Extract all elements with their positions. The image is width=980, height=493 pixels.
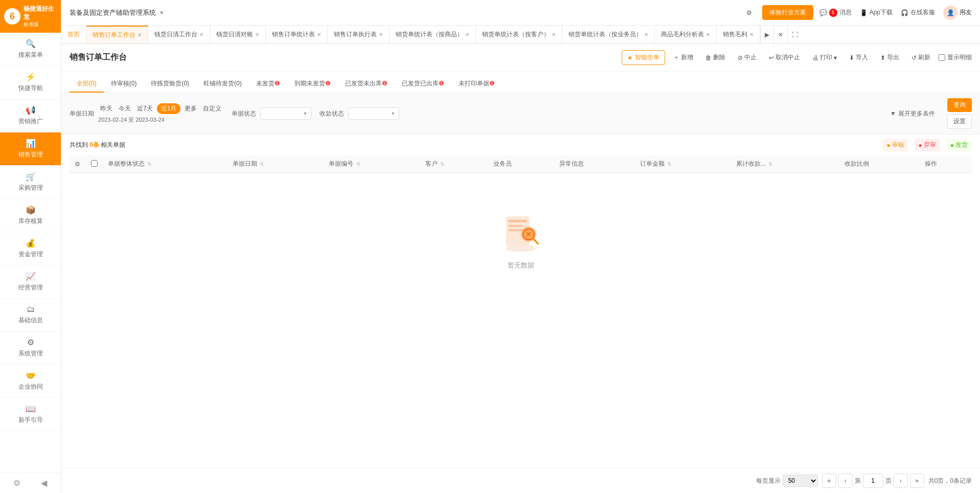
delete-btn[interactable]: 🗑 删除 [701, 51, 730, 64]
app-download-btn[interactable]: 📱 App下载 [860, 8, 893, 17]
filter-tab-not-shipped[interactable]: 未发货❶ [249, 76, 287, 93]
tab-home[interactable]: 首页 [61, 26, 86, 44]
import-btn[interactable]: ⬇ 导入 [845, 51, 872, 64]
refresh-btn[interactable]: ↺ 刷新 [907, 51, 935, 64]
sidebar-item-cooperation[interactable]: 🤝 企业协同 [0, 365, 61, 398]
filter-tab-pending-inspect[interactable]: 待拣货验货(0) [144, 76, 196, 93]
title-dropdown-arrow[interactable]: ▾ [160, 9, 164, 16]
sort-amount-icon[interactable]: ⇅ [667, 161, 671, 167]
tab-close-sales-stat[interactable]: ✕ [317, 32, 321, 37]
select-all-checkbox[interactable] [91, 160, 98, 167]
online-service-btn[interactable]: 🎧 在线客服 [901, 8, 935, 17]
next-page-btn[interactable]: › [894, 474, 908, 488]
tab-close-sales-more[interactable]: ✕ [749, 32, 754, 37]
sidebar-item-guide[interactable]: 📖 新手引导 [0, 398, 61, 431]
filter-tab-all[interactable]: 全部(0) [70, 76, 104, 93]
sidebar-item-inventory[interactable]: 📦 库存核算 [0, 199, 61, 232]
new-btn[interactable]: ＋ 新增 [669, 51, 697, 64]
filter-status-select[interactable] [260, 107, 311, 120]
tab-close-sales-workbench[interactable]: ✕ [138, 32, 142, 38]
filter-date-yesterday[interactable]: 昨天 [98, 103, 115, 114]
horizontal-scrollbar[interactable] [61, 462, 980, 468]
show-detail-input[interactable] [939, 54, 945, 61]
sort-collected-icon[interactable]: ⇅ [768, 161, 772, 167]
sidebar-item-search[interactable]: 🔍 搜索菜单 [0, 33, 61, 66]
tab-close-sales-exec[interactable]: ✕ [379, 32, 383, 37]
query-btn[interactable]: 查询 [947, 98, 972, 112]
col-amount: 订单金额 ⇅ [635, 155, 731, 173]
show-detail-checkbox[interactable]: 显示明细 [939, 53, 972, 62]
tab-close-sales-product-stat[interactable]: ✕ [465, 32, 469, 37]
tab-cash-reconcile[interactable]: 钱货日清对账 ✕ [210, 26, 266, 44]
smart-generate-btn[interactable]: ★ 智能生单 [622, 50, 665, 65]
column-settings-icon[interactable]: ⚙ [75, 161, 80, 168]
print-dropdown-icon: ▾ [834, 54, 837, 61]
filter-tab-pending-review[interactable]: 待审核(0) [104, 76, 144, 93]
tab-sales-more[interactable]: 销售毛利 ✕ [717, 26, 760, 44]
sidebar-item-operation[interactable]: 📈 经营管理 [0, 265, 61, 299]
sidebar-item-marketing[interactable]: 📢 营销推广 [0, 99, 61, 132]
tab-sales-customer-stat[interactable]: 销货单统计表（按客户） ✕ [476, 26, 562, 44]
filter-date-7days[interactable]: 近7天 [135, 103, 155, 114]
tab-close-all-btn[interactable]: ✕ [773, 26, 787, 44]
tab-sales-staff-stat[interactable]: 销货单统计表（按业务员） ✕ [562, 26, 655, 44]
message-btn[interactable]: 💬 6 消息 [819, 8, 852, 17]
filter-tab-not-printed[interactable]: 未打印单据❶ [451, 76, 502, 93]
filter-tab-overdue-not-shipped[interactable]: 到期未发货❶ [287, 76, 338, 93]
tab-sales-product-stat[interactable]: 销货单统计表（按商品） ✕ [390, 26, 476, 44]
result-actions: ● 审核 ● 弃审 ● 发货 [882, 139, 972, 151]
settings-btn[interactable]: 设置 [947, 114, 972, 129]
tab-close-gross-profit[interactable]: ✕ [706, 32, 710, 37]
tab-close-cash-daily[interactable]: ✕ [199, 32, 203, 37]
batch-cancel-btn[interactable]: ● 弃审 [915, 139, 940, 151]
filter-date-today[interactable]: 今天 [117, 103, 133, 114]
tab-sales-stat[interactable]: 销售订单统计表 ✕ [266, 26, 328, 44]
filter-expand-btn[interactable]: ▼ 展开更多条件 [890, 109, 935, 118]
filter-payment-select[interactable] [348, 107, 399, 120]
tab-scroll-right-btn[interactable]: ▶ [760, 26, 773, 44]
tab-close-sales-customer-stat[interactable]: ✕ [552, 32, 556, 37]
sidebar-item-system[interactable]: ⚙ 系统管理 [0, 331, 61, 365]
sort-number-icon[interactable]: ⇅ [356, 161, 360, 167]
sort-date-icon[interactable]: ⇅ [260, 161, 264, 167]
sidebar-item-quick-nav[interactable]: ⚡ 快捷导航 [0, 66, 61, 99]
filter-date-custom[interactable]: 自定义 [201, 103, 223, 114]
sidebar-item-finance[interactable]: 💰 资金管理 [0, 232, 61, 265]
filter-tab-shipped-not-out[interactable]: 已发货未出库❶ [338, 76, 395, 93]
sidebar-item-sales[interactable]: 📊 销售管理 [0, 132, 61, 166]
filter-payment-select-wrapper [348, 107, 399, 120]
tab-sales-workbench[interactable]: 销售订单工作台 ✕ [86, 26, 148, 44]
tab-gross-profit[interactable]: 商品毛利分析表 ✕ [655, 26, 717, 44]
tab-close-cash-reconcile[interactable]: ✕ [255, 32, 259, 37]
last-page-btn[interactable]: » [910, 474, 924, 488]
first-page-btn[interactable]: « [822, 474, 836, 488]
prev-page-btn[interactable]: ‹ [838, 474, 853, 488]
cancel-stop-btn[interactable]: ↩ 取消中止 [765, 51, 804, 64]
filter-tab-wangpu[interactable]: 旺铺待发货(0) [196, 76, 249, 93]
tab-close-sales-staff-stat[interactable]: ✕ [644, 32, 648, 37]
tab-maximize-btn[interactable]: ⛶ [787, 26, 802, 44]
sidebar-collapse-btn[interactable]: ◀ [33, 478, 56, 488]
filter-date-more[interactable]: 更多 [183, 103, 199, 114]
tab-cash-daily[interactable]: 钱货日清工作台 ✕ [148, 26, 210, 44]
page-number-input[interactable] [863, 474, 883, 488]
sort-customer-icon[interactable]: ⇅ [440, 161, 444, 167]
delete-icon: 🗑 [705, 54, 712, 61]
export-btn[interactable]: ⬆ 导出 [876, 51, 903, 64]
filter-tab-shipped-out[interactable]: 已发货已出库❶ [395, 76, 451, 93]
svg-line-7 [534, 239, 538, 243]
batch-ship-btn[interactable]: ● 发货 [946, 139, 972, 151]
sidebar-item-purchase[interactable]: 🛒 采购管理 [0, 166, 61, 199]
sidebar-item-basic[interactable]: 🗂 基础信息 [0, 299, 61, 331]
filter-date-1month[interactable]: 近1月 [157, 103, 181, 114]
user-menu-btn[interactable]: 👤 用友 [943, 6, 972, 20]
print-btn[interactable]: 🖨 打印 ▾ [808, 51, 841, 64]
stop-btn[interactable]: ⊘ 中止 [734, 51, 761, 64]
sidebar-settings-btn[interactable]: ⚙ [5, 478, 29, 488]
sort-status-icon[interactable]: ⇅ [147, 161, 151, 167]
solution-btn[interactable]: 体验行业方案 [762, 5, 813, 20]
per-page-select[interactable]: 20 50 100 [783, 475, 818, 487]
gear-settings-btn[interactable]: ⚙ [742, 7, 756, 19]
tab-sales-exec[interactable]: 销售订单执行表 ✕ [328, 26, 390, 44]
batch-approve-btn[interactable]: ● 审核 [882, 139, 908, 151]
